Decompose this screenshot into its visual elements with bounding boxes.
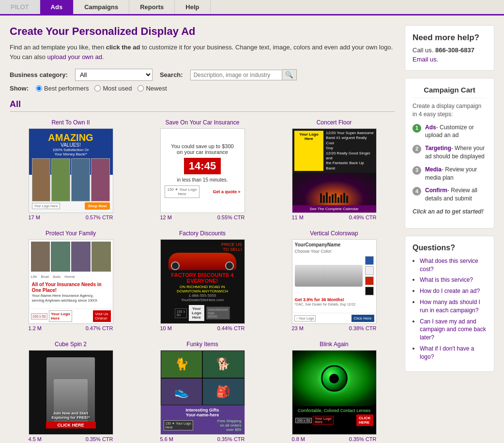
nav-ads[interactable]: Ads bbox=[40, 0, 74, 14]
step-4: 4 Confirm- Review all details and submit bbox=[412, 186, 487, 203]
ad-stats: 23 M 0.38% CTR bbox=[292, 325, 377, 331]
show-options: Best performers Most used Newest bbox=[36, 85, 167, 92]
ad-thumbnail[interactable]: LifeBoatAutoHome All of Your Insurance N… bbox=[29, 239, 113, 324]
question-item: Can I save my ad and campaign and come b… bbox=[420, 318, 487, 342]
question-item: How do I create an ad? bbox=[420, 287, 487, 295]
category-label: Business category: bbox=[10, 71, 68, 78]
ad-item: Rent To Own II AMAZING VALUES! 100% Sati… bbox=[10, 119, 132, 220]
ad-item: Cube Spin 2 Join Now and StartExploring … bbox=[10, 341, 132, 442]
click-hint: Click an ad to get started! bbox=[412, 208, 487, 216]
step-list: 1 Ads- Customize or upload an ad 2 Targe… bbox=[412, 123, 487, 203]
question-item: How many ads should I run in each campai… bbox=[420, 298, 487, 315]
help-title: Need more help? bbox=[412, 33, 487, 43]
question-link[interactable]: What does this service cost? bbox=[420, 258, 478, 273]
question-item: What is this service? bbox=[420, 276, 487, 284]
ad-item: Funky Items 🐈 🐕 👟 🎒 Interesting GiftsYou… bbox=[141, 341, 263, 442]
show-label: Show: bbox=[10, 85, 29, 92]
ad-impressions: 5.6 M bbox=[160, 436, 174, 442]
cart-desc: Create a display campaign in 4 easy step… bbox=[412, 102, 487, 119]
ad-title[interactable]: Protect Your Family bbox=[46, 230, 96, 237]
help-box: Need more help? Call us. 866-308-6837 Em… bbox=[405, 25, 494, 71]
ad-item: Blink Again Comfortable, Colored Contact… bbox=[273, 341, 395, 442]
ad-ctr: 0.35% CTR bbox=[349, 436, 377, 442]
nav-reports[interactable]: Reports bbox=[129, 0, 175, 14]
ad-ctr: 0.38% CTR bbox=[349, 325, 377, 331]
ad-thumbnail[interactable]: AMAZING VALUES! 100% Satisfaction OrYour… bbox=[29, 128, 113, 213]
ad-thumbnail[interactable]: Comfortable, Colored Contact Lenses 200 … bbox=[292, 350, 377, 435]
ad-impressions: 17 M bbox=[29, 214, 40, 220]
ad-title[interactable]: Save On Your Car Insurance bbox=[166, 119, 240, 126]
questions-box: Questions? What does this service cost? … bbox=[405, 236, 494, 372]
help-email[interactable]: Email us. bbox=[412, 56, 438, 63]
ad-title[interactable]: Cube Spin 2 bbox=[55, 341, 87, 348]
ad-stats: 5.6 M 0.35% CTR bbox=[160, 436, 245, 442]
show-most-used[interactable]: Most used bbox=[94, 85, 132, 92]
ad-title[interactable]: Factory Discounts bbox=[179, 230, 226, 237]
ad-stats: 17 M 0.57% CTR bbox=[29, 214, 113, 220]
ad-stats: 4.5 M 0.35% CTR bbox=[29, 436, 113, 442]
search-label: Search: bbox=[160, 71, 183, 78]
ad-thumbnail[interactable]: Your LogoHere 12/20 Your Super AwesomeBa… bbox=[292, 128, 377, 213]
ad-title[interactable]: Rent To Own II bbox=[51, 119, 90, 126]
ad-item: Save On Your Car Insurance You could sav… bbox=[141, 119, 263, 220]
step-2-link[interactable]: Targeting bbox=[425, 145, 451, 152]
ad-impressions: 4.5 M bbox=[29, 436, 42, 442]
sidebar: Need more help? Call us. 866-308-6837 Em… bbox=[405, 25, 494, 442]
step-num-4: 4 bbox=[412, 187, 421, 196]
ad-thumbnail[interactable]: 🐈 🐕 👟 🎒 Interesting GiftsYour-name-here … bbox=[160, 350, 245, 435]
filter-bar: Business category: All Search: 🔍 bbox=[10, 69, 395, 81]
nav-pilot[interactable]: PILOT bbox=[0, 0, 40, 14]
ad-title[interactable]: Blink Again bbox=[320, 341, 348, 348]
step-1-link[interactable]: Ads bbox=[425, 124, 436, 131]
question-link[interactable]: Can I save my ad and campaign and come b… bbox=[420, 318, 486, 341]
show-newest[interactable]: Newest bbox=[137, 85, 167, 92]
ad-ctr: 0.55% CTR bbox=[217, 214, 245, 220]
ad-thumbnail[interactable]: You could save up to $300on your car ins… bbox=[160, 128, 245, 213]
ad-item: Vertical Colorswap YourCompanyName Choos… bbox=[273, 230, 395, 331]
step-2: 2 Targeting- Where your ad should be dis… bbox=[412, 144, 487, 161]
question-link[interactable]: How many ads should I run in each campai… bbox=[420, 299, 480, 314]
ad-impressions: 11 M bbox=[292, 214, 304, 220]
step-4-link[interactable]: Confirm bbox=[425, 187, 447, 194]
ad-impressions: 10 M bbox=[160, 325, 172, 331]
content-area: Create Your Personalized Display Ad Find… bbox=[10, 25, 395, 442]
ad-thumbnail[interactable]: PRICE USTO SELL! FACTORY DISCOUNTS 4 EVE… bbox=[160, 239, 245, 324]
search-box: 🔍 bbox=[190, 69, 297, 80]
ad-item: Factory Discounts PRICE USTO SELL! FACTO… bbox=[141, 230, 263, 331]
ad-title[interactable]: Vertical Colorswap bbox=[310, 230, 358, 237]
ad-stats: 0.8 M 0.35% CTR bbox=[292, 436, 377, 442]
ad-title[interactable]: Concert Floor bbox=[317, 119, 352, 126]
category-select[interactable]: All bbox=[75, 69, 153, 81]
ad-ctr: 0.35% CTR bbox=[217, 436, 245, 442]
step-num-3: 3 bbox=[412, 166, 421, 175]
step-1: 1 Ads- Customize or upload an ad bbox=[412, 123, 487, 140]
show-filter: Show: Best performers Most used Newest bbox=[10, 85, 395, 92]
show-best-performers[interactable]: Best performers bbox=[36, 85, 89, 92]
ad-thumbnail[interactable]: Join Now and StartExploring for FREE!* C… bbox=[29, 350, 113, 435]
ad-stats: 10 M 0.44% CTR bbox=[160, 325, 245, 331]
search-button[interactable]: 🔍 bbox=[282, 69, 297, 80]
ad-thumbnail[interactable]: YourCompanyName Choose Your Color: Ge bbox=[292, 239, 377, 324]
ad-title[interactable]: Funky Items bbox=[186, 341, 218, 348]
campaign-cart: Campaign Cart Create a display campaign … bbox=[405, 78, 494, 229]
nav-help[interactable]: Help bbox=[175, 0, 210, 14]
ad-stats: 11 M 0.49% CTR bbox=[292, 214, 377, 220]
ad-impressions: 12 M bbox=[160, 214, 172, 220]
upload-ad-link[interactable]: upload your own ad bbox=[47, 53, 102, 61]
nav-campaigns[interactable]: Campaigns bbox=[74, 0, 129, 14]
top-navigation: PILOT Ads Campaigns Reports Help bbox=[0, 0, 504, 15]
question-link[interactable]: How do I create an ad? bbox=[420, 288, 480, 294]
step-3-link[interactable]: Media bbox=[425, 166, 442, 173]
search-input[interactable] bbox=[190, 70, 282, 80]
question-link[interactable]: What if I don't have a logo? bbox=[420, 345, 474, 360]
ad-grid: Rent To Own II AMAZING VALUES! 100% Sati… bbox=[10, 119, 395, 442]
ad-impressions: 23 M bbox=[292, 325, 304, 331]
questions-list: What does this service cost? What is thi… bbox=[412, 257, 487, 361]
step-num-2: 2 bbox=[412, 145, 421, 153]
ad-stats: 12 M 0.55% CTR bbox=[160, 214, 245, 220]
question-link[interactable]: What is this service? bbox=[420, 276, 473, 283]
ad-ctr: 0.44% CTR bbox=[217, 325, 245, 331]
ad-ctr: 0.57% CTR bbox=[86, 214, 113, 220]
step-3: 3 Media- Review your media plan bbox=[412, 166, 487, 182]
step-num-1: 1 bbox=[412, 124, 421, 133]
